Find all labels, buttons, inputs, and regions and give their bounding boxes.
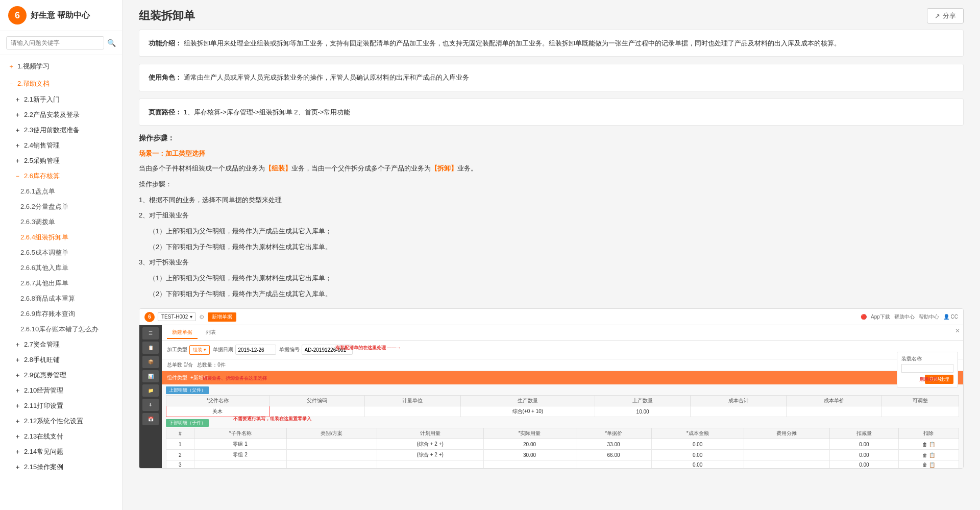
sidebar-item-2-5[interactable]: ＋ 2.5采购管理 xyxy=(0,153,122,168)
lower-th-6: *成本金额 xyxy=(651,428,744,439)
label-2-12: 2.12系统个性化设置 xyxy=(24,417,83,426)
label-2-10: 2.10经营管理 xyxy=(24,386,63,395)
mock-app-logo: 6 xyxy=(144,312,155,322)
mock-type-value: 组装 xyxy=(193,347,202,352)
label-2-2: 2.2产品安装及登录 xyxy=(24,110,80,119)
mock-section-label-text: 组件类型 xyxy=(167,374,187,381)
steps-title: 操作步骤： xyxy=(139,134,964,143)
step-intro: 操作步骤： xyxy=(139,178,964,191)
mock-form-date: 单据日期 xyxy=(213,345,276,355)
sidebar-item-2-2[interactable]: ＋ 2.2产品安装及登录 xyxy=(0,107,122,123)
mock-orange-section: 组件类型 +新增行 xyxy=(162,371,963,384)
label-2-3: 2.3使用前数据准备 xyxy=(24,126,80,135)
mock-count-val: 总数量：0件 xyxy=(197,361,226,369)
sidebar-item-2-10[interactable]: ＋ 2.10经营管理 xyxy=(0,383,122,398)
mock-date-label: 单据日期 xyxy=(213,346,233,353)
mock-type-label: 加工类型 xyxy=(167,346,187,353)
mock-num-label: 单据编号 xyxy=(279,346,300,353)
mock-upper-table-label-row: 上部明细（父件） xyxy=(166,386,959,394)
sidebar-leaf-2-6-6[interactable]: 2.6.6其他入库单 xyxy=(0,260,122,276)
app-logo-icon: 6 xyxy=(8,6,27,25)
sidebar-item-docs[interactable]: － 2.帮助文档 xyxy=(0,76,122,92)
share-icon: ↗ xyxy=(935,12,940,20)
mock-nav-icon-6: ⬇ xyxy=(142,399,159,411)
sidebar-leaf-2-6-8[interactable]: 2.6.8商品成本重算 xyxy=(0,291,122,306)
sidebar-item-2-9[interactable]: ＋ 2.9优惠券管理 xyxy=(0,368,122,383)
lower-row-1: 1 零组 1 (综合 + 2 +) 20.00 33.00 0.00 0.0 xyxy=(166,439,959,450)
sidebar-item-2-15[interactable]: ＋ 2.15操作案例 xyxy=(0,459,122,475)
sidebar-leaf-2-6-7[interactable]: 2.6.7其他出库单 xyxy=(0,276,122,291)
sidebar-leaf-2-6-4[interactable]: 2.6.4组装拆卸单 xyxy=(0,230,122,245)
mock-tabs: 新建单据 列表 ✕ xyxy=(162,325,963,341)
sidebar-leaf-2-6-10[interactable]: 2.6.10库存账本错了怎么办 xyxy=(0,322,122,337)
sidebar-leaf-2-6-3[interactable]: 2.6.3调拨单 xyxy=(0,214,122,230)
plus-icon-2-2: ＋ xyxy=(14,110,21,119)
plus-icon-2-1: ＋ xyxy=(14,95,21,104)
mock-form-area: 加工类型 组装 ▾ 单据日期 单据编号 xyxy=(162,341,963,359)
settings-icon-mock: ⚙ xyxy=(199,313,205,321)
mock-main-panel: 新建单据 列表 ✕ 加工类型 组装 ▾ xyxy=(162,325,963,468)
leaf-label-2-6-1: 2.6.1盘点单 xyxy=(20,187,55,195)
sidebar-item-2-8[interactable]: ＋ 2.8手机旺铺 xyxy=(0,352,122,368)
sidebar-item-2-4[interactable]: ＋ 2.4销售管理 xyxy=(0,138,122,153)
sidebar-item-2-13[interactable]: ＋ 2.13在线支付 xyxy=(0,429,122,444)
app-name: 好生意 帮助中心 xyxy=(31,10,90,21)
mock-type-selector[interactable]: 组装 ▾ xyxy=(189,345,210,355)
sidebar-item-2-11[interactable]: ＋ 2.11打印设置 xyxy=(0,398,122,414)
nav-section-2: － 2.帮助文档 ＋ 2.1新手入门 ＋ 2.2产品安装及登录 ＋ 2.3使用前… xyxy=(0,76,122,475)
mock-left-panel: ☰ 📋 📦 📊 📁 ⬇ 📅 xyxy=(139,325,162,468)
scene-title: 场景一：加工类型选择 xyxy=(139,149,964,158)
mock-section-add[interactable]: +新增行 xyxy=(190,374,209,381)
mock-table-area: 上部明细（父件） *父件名称 父件编码 计量单位 生产数量 上产数量 xyxy=(162,384,963,468)
mock-lower-table: # *子件名称 类别/方案 计划用量 *实际用量 *单据价 *成本金额 费用分摊 xyxy=(166,428,959,468)
mock-upper-td-name: 关木 xyxy=(166,406,270,417)
sidebar-item-2-14[interactable]: ＋ 2.14常见问题 xyxy=(0,444,122,459)
path-box: 页面路径： 1、库存核算->库存管理->组装拆卸单 2、首页->常用功能 xyxy=(139,99,964,126)
mock-nav-icon-7: 📅 xyxy=(142,413,159,425)
lower-th-7: 费用分摊 xyxy=(744,428,829,439)
plus-icon-2-3: ＋ xyxy=(14,126,21,135)
sidebar-leaf-2-6-5[interactable]: 2.6.5成本调整单 xyxy=(0,245,122,260)
mock-nav-icon-3: 📦 xyxy=(142,356,159,368)
mock-num-input[interactable] xyxy=(302,345,353,355)
mock-upper-th-4: 上产数量 xyxy=(595,396,690,406)
main-content: 功能介绍： 组装拆卸单用来处理企业组装或拆卸等加工业务，支持有固定装配清单的产品… xyxy=(122,30,980,510)
mock-date-input[interactable] xyxy=(235,345,276,355)
lower-th-9: 扣除 xyxy=(898,428,959,439)
sidebar-item-2-1[interactable]: ＋ 2.1新手入门 xyxy=(0,92,122,107)
sidebar-item-2-3[interactable]: ＋ 2.3使用前数据准备 xyxy=(0,123,122,138)
sidebar-item-label-2: 2.帮助文档 xyxy=(17,79,50,88)
sidebar-leaf-2-6-2[interactable]: 2.6.2分量盘点单 xyxy=(0,199,122,214)
step-2-1: （1）上部明细为父件明细，最终作为产成品生成其它入库单； xyxy=(139,225,964,238)
lower-th-1: *子件名称 xyxy=(194,428,286,439)
sidebar-leaf-2-6-9[interactable]: 2.6.9库存账本查询 xyxy=(0,306,122,322)
mock-close-icon[interactable]: ✕ xyxy=(955,327,960,334)
label-2-8: 2.8手机旺铺 xyxy=(24,355,60,365)
sidebar-item-2-7[interactable]: ＋ 2.7资金管理 xyxy=(0,337,122,352)
mock-topbar: 6 TEST-H002 ▾ ⚙ 新增单据 🔴 App下载 帮助中心 xyxy=(139,309,963,325)
search-button[interactable]: 🔍 xyxy=(107,39,116,47)
share-label: 分享 xyxy=(943,11,956,20)
sidebar-nav: ＋ 1.视频学习 － 2.帮助文档 ＋ 2.1新手入门 ＋ 2.2产品安装及登录 xyxy=(0,55,122,510)
mock-upper-th-2: 计量单位 xyxy=(365,396,460,406)
sidebar-item-video[interactable]: ＋ 1.视频学习 xyxy=(0,58,122,75)
mock-upper-td-unit xyxy=(365,406,460,417)
minus-icon-2-6: － xyxy=(14,172,21,181)
sidebar-item-2-6[interactable]: － 2.6库存核算 xyxy=(0,168,122,184)
mock-upper-th-7: 可调整 xyxy=(882,396,959,406)
mock-tab-list[interactable]: 列表 xyxy=(201,327,221,339)
mock-tab-new[interactable]: 新建单据 xyxy=(167,327,198,339)
description-text: 组装拆卸单用来处理企业组装或拆卸等加工业务，支持有固定装配清单的产品加工业务，也… xyxy=(184,39,841,47)
sidebar-item-2-12[interactable]: ＋ 2.12系统个性化设置 xyxy=(0,414,122,429)
screenshot-container: 6 TEST-H002 ▾ ⚙ 新增单据 🔴 App下载 帮助中心 xyxy=(139,308,964,469)
share-button[interactable]: ↗ 分享 xyxy=(927,8,964,23)
step-3-title: 3、对于拆装业务 xyxy=(139,256,964,269)
sidebar-leaf-2-6-1[interactable]: 2.6.1盘点单 xyxy=(0,184,122,199)
search-input[interactable] xyxy=(6,36,104,50)
apply-panel-input[interactable] xyxy=(901,364,953,373)
plus-icon-2-4: ＋ xyxy=(14,141,21,150)
mock-company-select: TEST-H002 ▾ xyxy=(158,312,196,321)
mock-new-btn[interactable]: 新增单据 xyxy=(208,312,236,322)
apply-panel-btn[interactable]: 立即处理 xyxy=(925,375,953,384)
sidebar-logo: 6 好生意 帮助中心 xyxy=(0,0,122,31)
